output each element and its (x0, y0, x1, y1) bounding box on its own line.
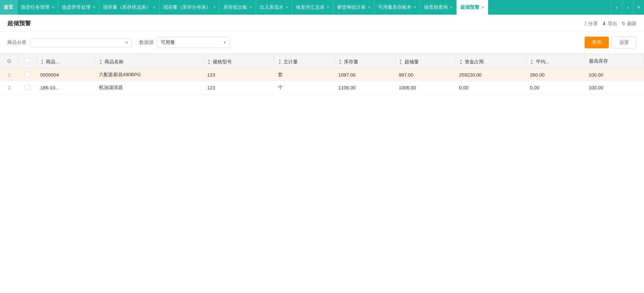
table-row: 1 0000004 六配套新昌490BPG 123 套 1097.00 997.… (0, 68, 644, 81)
datasource-select[interactable]: 可用量 ▾ (157, 37, 230, 48)
nav-item-abnormal[interactable]: 拣货异常处理 × (58, 0, 99, 15)
category-label: 商品分类 (7, 39, 26, 46)
cell-max-stock: 100.00 (585, 81, 644, 94)
datasource-value: 可用量 (161, 39, 175, 46)
nav-abnormal-close[interactable]: × (93, 5, 95, 10)
nav-close-arrow[interactable]: × (633, 0, 644, 15)
nav-expiry-label: 保质期查询 (424, 4, 448, 11)
cell-overstock: 1006.00 (395, 81, 455, 94)
category-dropdown-arrow: ▾ (126, 40, 128, 45)
data-table: ⚙ ▲▼ 商品... ▲▼ 商品名称 (0, 53, 644, 94)
th-inventory-label: 库存量 (344, 59, 358, 65)
nav-usable-account-close[interactable]: × (414, 5, 416, 10)
nav-task-mgmt-close[interactable]: × (52, 5, 54, 10)
cell-product-name: 机油滤清器 (95, 81, 204, 94)
refresh-icon: ↻ (622, 21, 626, 26)
cell-product-name: 六配套新昌490BPG (95, 68, 204, 81)
th-inventory[interactable]: ▲▼ 库存量 (335, 54, 395, 68)
sort-product-code-icon: ▲▼ (41, 59, 44, 65)
nav-inventory-status-close[interactable]: × (153, 5, 155, 10)
cell-avg: 260.00 (526, 68, 585, 81)
sort-overstock-icon: ▲▼ (399, 59, 402, 65)
nav-arrows: ‹ › × (611, 0, 644, 15)
th-avg-label: 平均... (536, 59, 549, 65)
gear-icon[interactable]: ⚙ (7, 58, 11, 64)
th-unit-label: 主计量 (283, 59, 298, 65)
cell-spec: 123 (204, 68, 274, 81)
nav-item-usable-account[interactable]: 可用量库存账本 × (374, 0, 420, 15)
nav-batch-label: 库存批次账 (223, 4, 247, 11)
th-overstock[interactable]: ▲▼ 超储量 (395, 54, 455, 68)
select-all-checkbox[interactable] (25, 58, 30, 63)
export-button[interactable]: ⬇ 导出 (602, 21, 617, 27)
share-label: 分享 (588, 21, 598, 27)
nav-item-collect[interactable]: 收发存汇总表 × (292, 0, 333, 15)
nav-item-inventory-status[interactable]: 现存量（库存状况表） × (99, 0, 160, 15)
nav-item-order-stat[interactable]: 要货单统计表 × (333, 0, 374, 15)
th-product-name-label: 商品名称 (105, 59, 124, 65)
nav-bar: 首页 拣货任务管理 × 拣货异常处理 × 现存量（库存状况表） × 现存量（库存… (0, 0, 644, 15)
cell-spec: 123 (204, 81, 274, 94)
cell-checkbox[interactable] (18, 68, 37, 81)
th-product-code[interactable]: ▲▼ 商品... (37, 54, 95, 68)
cell-product-code: 0000004 (37, 68, 95, 81)
nav-item-expiry[interactable]: 保质期查询 × (420, 0, 457, 15)
nav-inventory-dist-close[interactable]: × (213, 5, 216, 10)
nav-inventory-status-label: 现存量（库存状况表） (103, 4, 151, 11)
nav-collect-label: 收发存汇总表 (296, 4, 325, 11)
sort-unit-icon: ▲▼ (278, 59, 281, 65)
nav-abnormal-label: 拣货异常处理 (62, 4, 91, 11)
row-checkbox-0[interactable] (25, 72, 30, 77)
category-select[interactable]: ▾ (29, 38, 132, 47)
nav-item-overstock[interactable]: 超储预警 × (457, 0, 488, 15)
nav-order-stat-close[interactable]: × (368, 5, 370, 10)
th-spec[interactable]: ▲▼ 规格型号 (204, 54, 274, 68)
th-max-stock-label: 最高库存 (589, 58, 608, 64)
cell-capital: 0.00 (455, 81, 526, 94)
nav-batch-close[interactable]: × (249, 5, 252, 10)
nav-overstock-close[interactable]: × (482, 5, 484, 10)
nav-collect-close[interactable]: × (327, 5, 329, 10)
share-button[interactable]: ⤴ 分享 (584, 21, 598, 27)
datasource-label: 数据源 (139, 39, 154, 46)
nav-item-home[interactable]: 首页 (0, 0, 17, 15)
nav-prev-arrow[interactable]: ‹ (611, 0, 622, 15)
nav-expiry-close[interactable]: × (450, 5, 453, 10)
datasource-filter-group: 数据源 可用量 ▾ (139, 37, 230, 48)
nav-order-stat-label: 要货单统计表 (337, 4, 366, 11)
table-container: ⚙ ▲▼ 商品... ▲▼ 商品名称 (0, 53, 644, 94)
cell-max-stock: 100.00 (585, 68, 644, 81)
nav-overstock-label: 超储预警 (460, 4, 479, 11)
nav-in-out-label: 出入库流水 (260, 4, 283, 11)
nav-item-inventory-dist[interactable]: 现存量（库存分布表） × (160, 0, 220, 15)
datasource-dropdown-arrow: ▾ (224, 40, 226, 45)
sort-spec-icon: ▲▼ (207, 59, 211, 65)
th-unit[interactable]: ▲▼ 主计量 (274, 54, 335, 68)
th-capital[interactable]: ▲▼ 资金占用 (455, 54, 526, 68)
refresh-button[interactable]: ↻ 刷新 (622, 21, 637, 27)
nav-item-task-mgmt[interactable]: 拣货任务管理 × (17, 0, 58, 15)
nav-item-in-out[interactable]: 出入库流水 × (256, 0, 292, 15)
nav-item-batch[interactable]: 库存批次账 × (220, 0, 256, 15)
th-product-name[interactable]: ▲▼ 商品名称 (95, 54, 204, 68)
cell-inventory: 1097.00 (335, 68, 395, 81)
row-checkbox-1[interactable] (25, 85, 30, 90)
th-gear[interactable]: ⚙ (0, 54, 18, 68)
th-checkbox (18, 54, 37, 68)
share-icon: ⤴ (584, 21, 587, 26)
nav-inventory-dist-label: 现存量（库存分布表） (163, 4, 211, 11)
cell-checkbox[interactable] (18, 81, 37, 94)
refresh-label: 刷新 (627, 21, 637, 27)
filter-area: 商品分类 ▾ 数据源 可用量 ▾ 查询 设置 (0, 31, 644, 53)
nav-task-mgmt-label: 拣货任务管理 (21, 4, 50, 11)
nav-next-arrow[interactable]: › (622, 0, 633, 15)
nav-usable-account-label: 可用量库存账本 (378, 4, 411, 11)
nav-in-out-close[interactable]: × (286, 5, 288, 10)
page-title: 超储预警 (7, 20, 31, 27)
page-header: 超储预警 ⤴ 分享 ⬇ 导出 ↻ 刷新 (0, 15, 644, 31)
settings-button[interactable]: 设置 (612, 37, 637, 48)
cell-seq: 1 (0, 68, 18, 81)
th-avg[interactable]: ▲▼ 平均... (526, 54, 585, 68)
cell-overstock: 997.00 (395, 68, 455, 81)
query-button[interactable]: 查询 (585, 37, 609, 48)
